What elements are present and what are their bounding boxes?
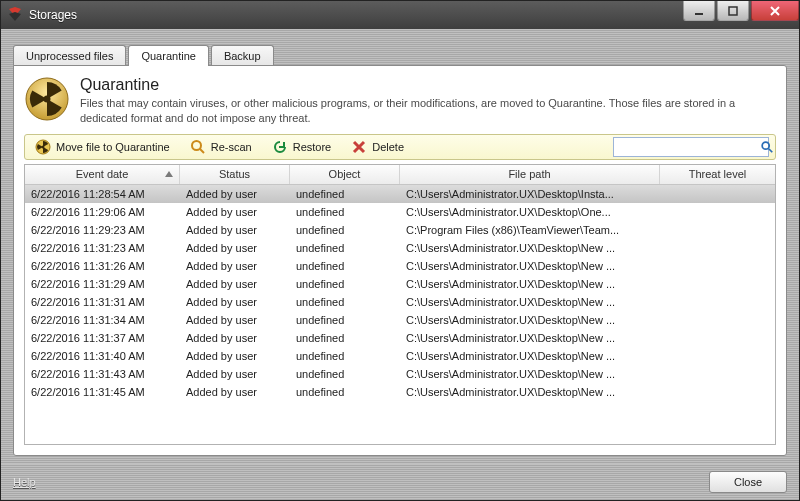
sort-asc-icon (165, 171, 173, 177)
rescan-label: Re-scan (211, 141, 252, 153)
cell-object: undefined (290, 296, 400, 308)
svg-point-5 (42, 145, 45, 148)
cell-object: undefined (290, 368, 400, 380)
cell-file-path: C:\Users\Administrator.UX\Desktop\New ..… (400, 368, 660, 380)
cell-status: Added by user (180, 350, 290, 362)
rescan-button[interactable]: Re-scan (186, 138, 256, 156)
window-buttons (683, 1, 799, 29)
cell-status: Added by user (180, 386, 290, 398)
search-box[interactable] (613, 137, 769, 157)
cell-event-date: 6/22/2016 11:31:26 AM (25, 260, 180, 272)
svg-line-7 (200, 149, 204, 153)
cell-event-date: 6/22/2016 11:29:06 AM (25, 206, 180, 218)
magnifier-icon (190, 139, 206, 155)
search-input[interactable] (614, 141, 760, 153)
toolbar: Move file to Quarantine Re-scan Restore … (24, 134, 776, 160)
cell-status: Added by user (180, 224, 290, 236)
cell-file-path: C:\Users\Administrator.UX\Desktop\New ..… (400, 278, 660, 290)
cell-object: undefined (290, 332, 400, 344)
table-row[interactable]: 6/22/2016 11:31:29 AMAdded by userundefi… (25, 275, 775, 293)
col-event-date[interactable]: Event date (25, 165, 180, 184)
table-row[interactable]: 6/22/2016 11:31:43 AMAdded by userundefi… (25, 365, 775, 383)
cell-status: Added by user (180, 296, 290, 308)
cell-event-date: 6/22/2016 11:31:29 AM (25, 278, 180, 290)
help-link[interactable]: Help (13, 476, 36, 488)
page-description: Files that may contain viruses, or other… (80, 96, 776, 126)
restore-button[interactable]: Restore (268, 138, 336, 156)
grid-body[interactable]: 6/22/2016 11:28:54 AMAdded by userundefi… (25, 185, 775, 444)
table-row[interactable]: 6/22/2016 11:31:26 AMAdded by userundefi… (25, 257, 775, 275)
cell-event-date: 6/22/2016 11:31:31 AM (25, 296, 180, 308)
table-row[interactable]: 6/22/2016 11:28:54 AMAdded by userundefi… (25, 185, 775, 203)
cell-file-path: C:\Users\Administrator.UX\Desktop\One... (400, 206, 660, 218)
app-icon (7, 7, 23, 23)
cell-object: undefined (290, 224, 400, 236)
cell-file-path: C:\Users\Administrator.UX\Desktop\New ..… (400, 260, 660, 272)
cell-status: Added by user (180, 332, 290, 344)
tab-quarantine[interactable]: Quarantine (128, 45, 208, 66)
storages-window: Storages Unprocessed files Quarantine Ba… (0, 0, 800, 501)
page-header: Quarantine Files that may contain viruse… (24, 76, 776, 126)
footer: Help Close (1, 464, 799, 500)
cell-object: undefined (290, 386, 400, 398)
cell-event-date: 6/22/2016 11:31:34 AM (25, 314, 180, 326)
col-threat-level[interactable]: Threat level (660, 165, 775, 184)
tab-backup[interactable]: Backup (211, 45, 274, 66)
page-title: Quarantine (80, 76, 776, 94)
cell-event-date: 6/22/2016 11:31:40 AM (25, 350, 180, 362)
table-row[interactable]: 6/22/2016 11:31:45 AMAdded by userundefi… (25, 383, 775, 401)
table-row[interactable]: 6/22/2016 11:29:06 AMAdded by userundefi… (25, 203, 775, 221)
cell-object: undefined (290, 260, 400, 272)
cell-object: undefined (290, 242, 400, 254)
cell-status: Added by user (180, 278, 290, 290)
quarantine-grid: Event date Status Object File path Threa… (24, 164, 776, 445)
table-row[interactable]: 6/22/2016 11:31:34 AMAdded by userundefi… (25, 311, 775, 329)
cell-file-path: C:\Users\Administrator.UX\Desktop\New ..… (400, 242, 660, 254)
cell-status: Added by user (180, 206, 290, 218)
delete-button[interactable]: Delete (347, 138, 408, 156)
maximize-button[interactable] (717, 1, 749, 21)
cell-file-path: C:\Users\Administrator.UX\Desktop\New ..… (400, 314, 660, 326)
tab-unprocessed-files[interactable]: Unprocessed files (13, 45, 126, 66)
biohazard-icon (35, 139, 51, 155)
cell-event-date: 6/22/2016 11:28:54 AM (25, 188, 180, 200)
cell-status: Added by user (180, 260, 290, 272)
cell-status: Added by user (180, 314, 290, 326)
delete-x-icon (351, 139, 367, 155)
table-row[interactable]: 6/22/2016 11:31:37 AMAdded by userundefi… (25, 329, 775, 347)
tabstrip: Unprocessed files Quarantine Backup (1, 41, 799, 65)
table-row[interactable]: 6/22/2016 11:29:23 AMAdded by userundefi… (25, 221, 775, 239)
cell-file-path: C:\Users\Administrator.UX\Desktop\New ..… (400, 386, 660, 398)
window-close-button[interactable] (751, 1, 799, 21)
cell-event-date: 6/22/2016 11:31:45 AM (25, 386, 180, 398)
close-button[interactable]: Close (709, 471, 787, 493)
cell-event-date: 6/22/2016 11:31:43 AM (25, 368, 180, 380)
cell-event-date: 6/22/2016 11:31:23 AM (25, 242, 180, 254)
restore-label: Restore (293, 141, 332, 153)
col-object[interactable]: Object (290, 165, 400, 184)
cell-status: Added by user (180, 368, 290, 380)
move-label: Move file to Quarantine (56, 141, 170, 153)
table-row[interactable]: 6/22/2016 11:31:23 AMAdded by userundefi… (25, 239, 775, 257)
svg-rect-0 (695, 13, 703, 15)
radiation-icon (24, 76, 70, 122)
table-row[interactable]: 6/22/2016 11:31:40 AMAdded by userundefi… (25, 347, 775, 365)
chrome-band (1, 29, 799, 41)
tab-panel-quarantine: Quarantine Files that may contain viruse… (13, 65, 787, 456)
cell-object: undefined (290, 350, 400, 362)
svg-rect-1 (729, 7, 737, 15)
restore-arrow-icon (272, 139, 288, 155)
cell-event-date: 6/22/2016 11:29:23 AM (25, 224, 180, 236)
cell-file-path: C:\Users\Administrator.UX\Desktop\New ..… (400, 296, 660, 308)
cell-object: undefined (290, 314, 400, 326)
table-row[interactable]: 6/22/2016 11:31:31 AMAdded by userundefi… (25, 293, 775, 311)
svg-point-6 (192, 141, 201, 150)
cell-file-path: C:\Program Files (x86)\TeamViewer\Team..… (400, 224, 660, 236)
cell-object: undefined (290, 278, 400, 290)
col-status[interactable]: Status (180, 165, 290, 184)
titlebar[interactable]: Storages (1, 1, 799, 29)
col-file-path[interactable]: File path (400, 165, 660, 184)
minimize-button[interactable] (683, 1, 715, 21)
move-to-quarantine-button[interactable]: Move file to Quarantine (31, 138, 174, 156)
search-icon[interactable] (760, 138, 774, 156)
